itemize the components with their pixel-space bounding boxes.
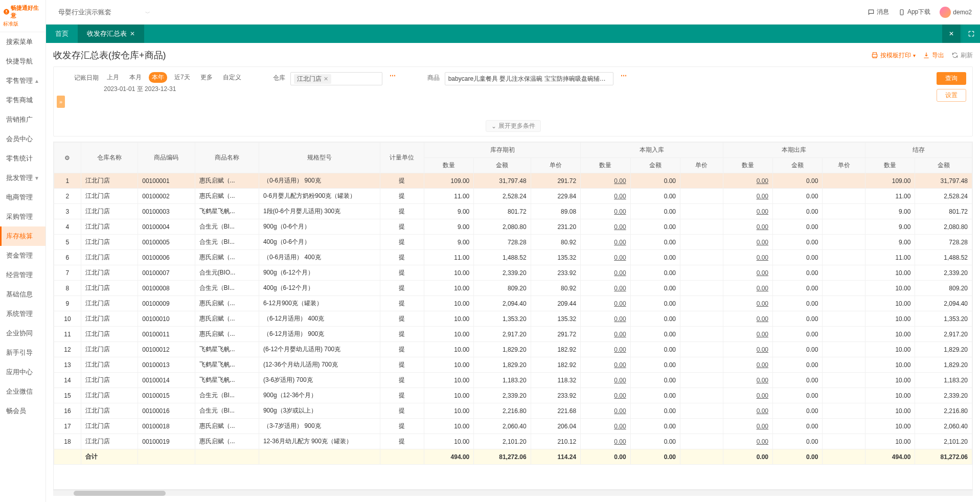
table-row[interactable]: 10 江北门店 00100010 惠氏启赋（... （6-12月适用） 400克… (54, 311, 972, 327)
sidebar-item-12[interactable]: 经营管理 (0, 265, 45, 285)
search-button[interactable]: 查询 (937, 72, 966, 85)
tab-summary[interactable]: 收发存汇总表 ✕ (78, 25, 144, 43)
date-opt-more[interactable]: 更多 (197, 72, 216, 83)
sidebar-item-17[interactable]: 应用中心 (0, 362, 45, 382)
table-row[interactable]: 13 江北门店 00100013 飞鹤星飞帆... (12-36个月幼儿适用) … (54, 357, 972, 373)
cell-pq[interactable]: 0.00 (581, 388, 630, 403)
cell-pq[interactable]: 0.00 (581, 281, 630, 296)
table-row[interactable]: 5 江北门店 00100005 合生元（BI... 400g（0-6个月） 提 … (54, 235, 972, 250)
table-row[interactable]: 18 江北门店 00100019 惠氏启赋（... 12-36月幼儿配方 900… (54, 434, 972, 449)
sidebar-item-9[interactable]: 采购管理 (0, 207, 45, 226)
goods-picker[interactable]: ⋯ (619, 72, 630, 79)
cell-pq[interactable]: 0.00 (581, 235, 630, 250)
cell-pq[interactable]: 0.00 (581, 219, 630, 235)
table-row[interactable]: 11 江北门店 00100011 惠氏启赋（... （6-12月适用） 900克… (54, 327, 972, 342)
warehouse-input[interactable]: 江北门店 ✕ (290, 72, 382, 85)
date-opt-custom[interactable]: 自定义 (220, 72, 244, 83)
table-row[interactable]: 12 江北门店 00100012 飞鹤星飞帆... (6-12个月婴幼儿适用) … (54, 342, 972, 357)
cell-oq[interactable]: 0.00 (723, 235, 772, 250)
cell-pq[interactable]: 0.00 (581, 173, 630, 189)
cell-pq[interactable]: 0.00 (581, 403, 630, 419)
export-button[interactable]: 导出 (923, 51, 944, 60)
expand-filter-button[interactable]: ⌄ 展开更多条件 (486, 120, 541, 132)
cell-oq[interactable]: 0.00 (723, 327, 772, 342)
cell-oq[interactable]: 0.00 (723, 250, 772, 265)
cell-pq[interactable]: 0.00 (581, 342, 630, 357)
warehouse-picker[interactable]: ⋯ (388, 72, 399, 79)
tab-home[interactable]: 首页 (46, 25, 78, 43)
cell-oq[interactable]: 0.00 (723, 265, 772, 281)
cell-pq[interactable]: 0.00 (581, 419, 630, 434)
cell-oq[interactable]: 0.00 (723, 281, 772, 296)
cell-oq[interactable]: 0.00 (723, 342, 772, 357)
scrollbar-thumb[interactable] (74, 491, 166, 496)
cell-pq[interactable]: 0.00 (581, 204, 630, 219)
table-row[interactable]: 6 江北门店 00100006 惠氏启赋（... （0-6月适用） 400克 提… (54, 250, 972, 265)
sidebar-item-8[interactable]: 电商管理 (0, 188, 45, 207)
refresh-button[interactable]: 刷新 (951, 51, 973, 60)
cell-pq[interactable]: 0.00 (581, 373, 630, 388)
gear-column[interactable]: ⚙ (54, 143, 81, 173)
sidebar-item-5[interactable]: 会员中心 (0, 129, 45, 149)
sidebar-item-13[interactable]: 基础信息 (0, 285, 45, 304)
table-row[interactable]: 16 江北门店 00100016 合生元（BI... 900g（3岁或以上） 提… (54, 403, 972, 419)
table-row[interactable]: 1 江北门店 00100001 惠氏启赋（... （0-6月适用） 900克 提… (54, 173, 972, 189)
sidebar-item-6[interactable]: 零售统计 (0, 149, 45, 168)
cell-oq[interactable]: 0.00 (723, 403, 772, 419)
close-all-tabs[interactable]: ✕ (942, 25, 961, 43)
cell-oq[interactable]: 0.00 (723, 357, 772, 373)
cell-oq[interactable]: 0.00 (723, 419, 772, 434)
chip-close-icon[interactable]: ✕ (324, 76, 328, 82)
cell-pq[interactable]: 0.00 (581, 311, 630, 327)
messages-link[interactable]: 消息 (868, 8, 889, 16)
table-row[interactable]: 14 江北门店 00100014 飞鹤星飞帆... (3-6岁适用) 700克 … (54, 373, 972, 388)
sidebar-item-14[interactable]: 系统管理 (0, 304, 45, 324)
sidebar-item-19[interactable]: 畅会员 (0, 401, 45, 421)
sidebar-item-7[interactable]: 批发管理▼ (0, 168, 45, 188)
cell-oq[interactable]: 0.00 (723, 311, 772, 327)
close-icon[interactable]: ✕ (130, 30, 135, 37)
sidebar-item-0[interactable]: 搜索菜单 (0, 32, 45, 52)
sidebar-item-15[interactable]: 企业协同 (0, 324, 45, 343)
cell-pq[interactable]: 0.00 (581, 357, 630, 373)
date-opt-thisyear[interactable]: 本年 (149, 72, 167, 83)
table-row[interactable]: 17 江北门店 00100018 惠氏启赋（... （3-7岁适用） 900克 … (54, 419, 972, 434)
collapse-filter-button[interactable]: » (57, 96, 65, 108)
sidebar-item-4[interactable]: 营销推广 (0, 110, 45, 129)
cell-pq[interactable]: 0.00 (581, 296, 630, 311)
table-wrap[interactable]: ⚙ 仓库名称 商品编码 商品名称 规格型号 计量单位 库存期初 本期入库 本期出… (53, 142, 973, 490)
table-row[interactable]: 7 江北门店 00100007 合生元(BIO... 900g（6-12个月） … (54, 265, 972, 281)
sidebar-item-1[interactable]: 快捷导航 (0, 52, 45, 71)
cell-pq[interactable]: 0.00 (581, 189, 630, 204)
sidebar-item-18[interactable]: 企业微信 (0, 382, 45, 401)
cell-oq[interactable]: 0.00 (723, 373, 772, 388)
app-download-link[interactable]: App下载 (898, 8, 930, 16)
sidebar-item-2[interactable]: 零售管理▲ (0, 71, 45, 90)
sidebar-item-11[interactable]: 资金管理 (0, 246, 45, 265)
date-opt-thismonth[interactable]: 本月 (126, 72, 145, 83)
goods-input[interactable]: babycare儿童餐具 婴儿注水保温碗 宝宝防摔碗吸盘碗辅食碗勺套装 雀湖绿 … (445, 72, 613, 85)
horizontal-scrollbar[interactable] (53, 490, 973, 496)
cell-pq[interactable]: 0.00 (581, 327, 630, 342)
cell-pq[interactable]: 0.00 (581, 250, 630, 265)
cell-oq[interactable]: 0.00 (723, 204, 772, 219)
cell-oq[interactable]: 0.00 (723, 296, 772, 311)
table-row[interactable]: 9 江北门店 00100009 惠氏启赋（... 6-12月900克（罐装） 提… (54, 296, 972, 311)
cell-oq[interactable]: 0.00 (723, 173, 772, 189)
cell-oq[interactable]: 0.00 (723, 388, 772, 403)
cell-pq[interactable]: 0.00 (581, 434, 630, 449)
table-row[interactable]: 3 江北门店 00100003 飞鹤星飞帆... 1段(0-6个月婴儿适用) 3… (54, 204, 972, 219)
cell-oq[interactable]: 0.00 (723, 219, 772, 235)
table-row[interactable]: 15 江北门店 00100015 合生元（BI... 900g（12-36个月）… (54, 388, 972, 403)
cell-pq[interactable]: 0.00 (581, 265, 630, 281)
fullscreen-toggle[interactable] (962, 25, 980, 43)
date-opt-lastmonth[interactable]: 上月 (104, 72, 122, 83)
print-button[interactable]: 按模板打印 ▾ (871, 51, 916, 60)
org-selector[interactable]: 母婴行业演示账套 ﹀ (54, 6, 152, 19)
sidebar-item-10[interactable]: 库存核算 (0, 226, 45, 246)
date-opt-last7[interactable]: 近7天 (171, 72, 193, 83)
table-row[interactable]: 8 江北门店 00100008 合生元（BI... 400g（6-12个月） 提… (54, 281, 972, 296)
table-row[interactable]: 2 江北门店 00100002 惠氏启赋（... 0-6月婴儿配方奶粉900克（… (54, 189, 972, 204)
cell-oq[interactable]: 0.00 (723, 434, 772, 449)
user-menu[interactable]: demo2 (940, 7, 972, 18)
